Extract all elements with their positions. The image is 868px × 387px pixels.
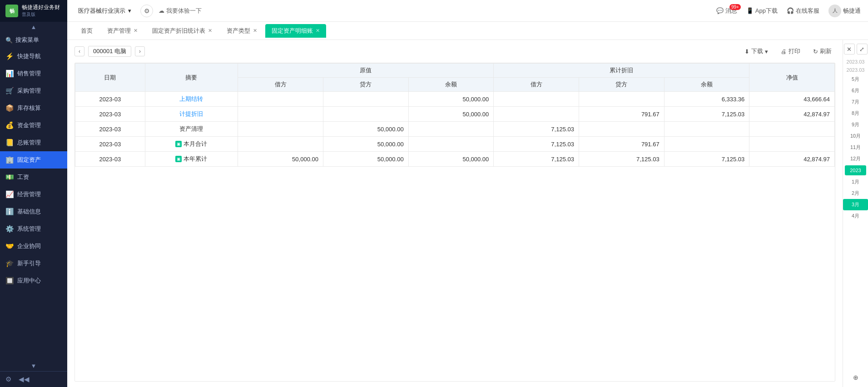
row-dep-debit — [494, 92, 579, 107]
customer-service-button[interactable]: 🎧 在线客服 — [787, 7, 819, 15]
row-net-value: 42,874.97 — [749, 152, 835, 167]
sidebar-nav: 🔍 搜索菜单 ⚡ 快捷导航 📊 销售管理 🛒 采购管理 📦 库存核算 💰 资金管… — [0, 32, 67, 361]
sidebar-item-operation[interactable]: 📈 经营管理 — [0, 186, 67, 203]
panel-close-button[interactable]: ✕ — [844, 44, 855, 55]
print-label: 打印 — [789, 47, 800, 55]
main-content: 医疗器械行业演示 ▾ ⚙ ☁ 我要体验一下 💬 消息 99+ 📱 App下载 🎧… — [67, 0, 868, 387]
sidebar-item-basic-info[interactable]: ℹ️ 基础信息 — [0, 203, 67, 220]
tl-month-5[interactable]: 5月 — [843, 74, 868, 85]
sidebar-item-label: 总账管理 — [17, 139, 41, 147]
row-summary-text: 本年累计 — [184, 155, 207, 163]
sidebar-item-label: 基础信息 — [17, 208, 41, 216]
tab-asset-management[interactable]: 资产管理 ✕ — [101, 24, 144, 38]
tab-asset-management-close[interactable]: ✕ — [134, 28, 138, 34]
tl-scroll-down[interactable]: ⊕ — [852, 372, 859, 383]
tl-month-10[interactable]: 10月 — [843, 130, 868, 142]
tl-month-12[interactable]: 12月 — [843, 153, 868, 164]
tab-depreciation-table[interactable]: 固定资产折旧统计表 ✕ — [146, 24, 218, 38]
tl-month-3[interactable]: 3月 — [843, 199, 868, 210]
row-dep-balance: 7,125.03 — [664, 107, 749, 122]
nav-prev-arrow[interactable]: ‹ — [74, 46, 84, 56]
tab-asset-detail-close[interactable]: ✕ — [316, 28, 320, 34]
sidebar-item-quick-nav[interactable]: ⚡ 快捷导航 — [0, 48, 67, 65]
experience-button[interactable]: ☁ 我要体验一下 — [159, 7, 202, 15]
tab-asset-type[interactable]: 资产类型 ✕ — [220, 24, 263, 38]
asset-code: 000001 — [93, 48, 113, 55]
download-icon: 📱 — [746, 7, 754, 14]
finance-icon: 💰 — [5, 121, 14, 129]
message-button[interactable]: 💬 消息 99+ — [716, 7, 737, 15]
sidebar-scroll-up[interactable]: ▲ — [0, 22, 67, 32]
tl-month-8[interactable]: 8月 — [843, 108, 868, 119]
tl-year-2023[interactable]: 2023 — [845, 165, 866, 175]
sidebar-item-sales[interactable]: 📊 销售管理 — [0, 65, 67, 82]
row-debit — [238, 107, 323, 122]
collapse-sidebar-icon[interactable]: ◀◀ — [19, 375, 30, 383]
panel-expand-button[interactable]: ⤢ — [857, 44, 868, 55]
sidebar-item-ledger[interactable]: 📒 总账管理 — [0, 134, 67, 151]
sidebar-item-purchase[interactable]: 🛒 采购管理 — [0, 82, 67, 99]
basic-info-icon: ℹ️ — [5, 208, 14, 216]
sidebar-item-app-center[interactable]: 🔲 应用中心 — [0, 272, 67, 289]
tab-asset-type-close[interactable]: ✕ — [253, 28, 257, 34]
header-settings-icon[interactable]: ⚙ — [140, 5, 153, 17]
sidebar-item-label: 快捷导航 — [17, 52, 41, 60]
print-button[interactable]: 🖨 打印 — [777, 45, 804, 57]
app-logo: 畅 — [5, 5, 18, 17]
sidebar-item-inventory[interactable]: 📦 库存核算 — [0, 99, 67, 117]
row-dep-debit — [494, 107, 579, 122]
tl-month-7[interactable]: 7月 — [843, 96, 868, 108]
nav-next-arrow[interactable]: › — [135, 46, 145, 56]
user-area[interactable]: 人 畅捷通 — [828, 5, 861, 17]
sidebar-item-fixed-assets[interactable]: 🏢 固定资产 — [0, 151, 67, 169]
timeline-panel: ✕ ⤢ 2023.03 2023.03 5月 6月 7月 8月 9月 10月 1… — [843, 40, 868, 387]
download-button[interactable]: ⬇ 下载 ▾ — [741, 45, 772, 57]
tl-month-2[interactable]: 2月 — [843, 188, 868, 199]
row-balance — [408, 122, 494, 137]
row-dep-balance — [664, 122, 749, 137]
sidebar-item-system[interactable]: ⚙️ 系统管理 — [0, 220, 67, 238]
search-icon: 🔍 — [5, 37, 13, 44]
th-date: 日期 — [75, 64, 145, 92]
row-dep-debit: 7,125.03 — [494, 137, 579, 152]
tl-month-1[interactable]: 1月 — [843, 176, 868, 188]
content-area: ‹ 000001 电脑 › ⬇ 下载 ▾ 🖨 打印 — [67, 40, 868, 387]
refresh-label: 刷新 — [820, 47, 832, 55]
sidebar-footer: ⚙ ◀◀ — [0, 371, 67, 387]
tl-month-9[interactable]: 9月 — [843, 119, 868, 130]
row-dep-debit: 7,125.03 — [494, 152, 579, 167]
sidebar-scroll-down[interactable]: ▼ — [0, 361, 67, 371]
tab-home[interactable]: 首页 — [74, 24, 99, 38]
tl-month-6[interactable]: 6月 — [843, 85, 868, 96]
monthly-icon: ▣ — [175, 141, 182, 147]
tab-asset-detail[interactable]: 固定资产明细账 ✕ — [265, 24, 326, 38]
sidebar-item-guide[interactable]: 🎓 新手引导 — [0, 255, 67, 272]
app-download-button[interactable]: 📱 App下载 — [746, 7, 778, 15]
tab-depreciation-close[interactable]: ✕ — [208, 28, 212, 34]
settings-footer-icon[interactable]: ⚙ — [5, 375, 11, 383]
app-download-label: App下载 — [755, 7, 778, 15]
sidebar-item-finance[interactable]: 💰 资金管理 — [0, 117, 67, 134]
ledger-icon: 📒 — [5, 139, 14, 147]
sidebar-item-label: 工资 — [17, 173, 29, 181]
tl-month-4[interactable]: 4月 — [843, 210, 868, 222]
download-icon: ⬇ — [744, 48, 749, 55]
row-balance — [408, 137, 494, 152]
row-credit — [323, 107, 408, 122]
company-selector[interactable]: 医疗器械行业演示 ▾ — [74, 5, 135, 17]
th-summary: 摘要 — [145, 64, 238, 92]
tl-month-11[interactable]: 11月 — [843, 142, 868, 153]
cloud-icon: ☁ — [159, 7, 164, 14]
sidebar-item-label: 库存核算 — [17, 104, 41, 112]
table-row: 2023-03 资产清理 50,000.00 7,125.03 — [75, 122, 835, 137]
sidebar-item-payroll[interactable]: 💵 工资 — [0, 169, 67, 186]
message-badge: 99+ — [729, 4, 741, 10]
sidebar-item-enterprise[interactable]: 🤝 企业协同 — [0, 238, 67, 255]
th-credit: 贷方 — [323, 78, 408, 92]
sidebar-search-label: 搜索菜单 — [15, 36, 39, 44]
refresh-button[interactable]: ↻ 刷新 — [809, 45, 835, 57]
app-center-icon: 🔲 — [5, 277, 14, 285]
asset-nav-row: ‹ 000001 电脑 › ⬇ 下载 ▾ 🖨 打印 — [74, 45, 835, 57]
sidebar-search[interactable]: 🔍 搜索菜单 — [0, 32, 67, 48]
tl-header-date: 2023.03 — [843, 65, 868, 74]
